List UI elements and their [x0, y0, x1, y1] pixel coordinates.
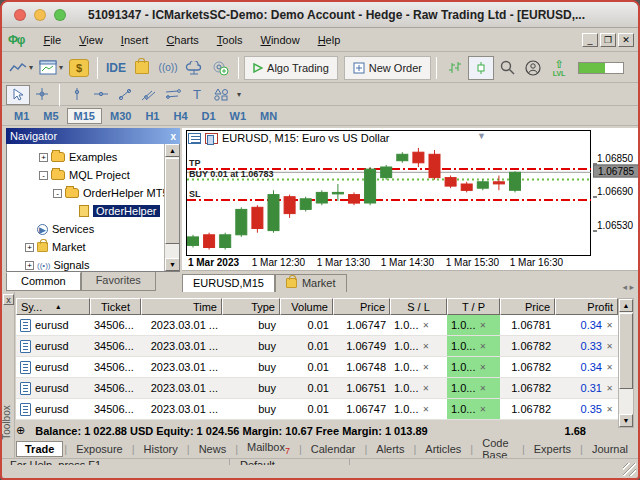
- tree-toggle-icon[interactable]: +: [25, 261, 34, 270]
- chart-tab-market[interactable]: Market: [275, 274, 347, 292]
- table-row[interactable]: eurusd34506...2023.03.01 ...buy0.011.067…: [16, 357, 622, 378]
- menu-item-tools[interactable]: Tools: [208, 31, 252, 49]
- menu-item-charts[interactable]: Charts: [157, 31, 207, 49]
- column-header-price[interactable]: Price: [333, 298, 390, 315]
- text-tool-button[interactable]: T: [185, 85, 209, 105]
- toolbox-close-icon[interactable]: x: [3, 294, 14, 305]
- remove-sl-icon[interactable]: ✕: [421, 405, 430, 414]
- timeframe-m5[interactable]: M5: [37, 109, 64, 123]
- toolbox-tab-trade[interactable]: Trade: [16, 441, 63, 457]
- toolbox-tab-mailbox[interactable]: Mailbox7: [239, 440, 298, 457]
- tree-item-orderhelper-mt5[interactable]: -OrderHelper MT5: [7, 184, 179, 202]
- tree-item-mql-project[interactable]: -MQL Project: [7, 166, 179, 184]
- timeframe-m15[interactable]: M15: [67, 108, 102, 124]
- close-position-icon[interactable]: ✕: [605, 405, 614, 414]
- expand-icon[interactable]: ⊕: [16, 424, 25, 437]
- close-traffic-light[interactable]: [14, 9, 26, 21]
- minimize-button[interactable]: _: [582, 33, 598, 47]
- toolbox-tab-calendar[interactable]: Calendar: [303, 442, 364, 456]
- scroll-up-icon[interactable]: ▲: [619, 299, 633, 312]
- scrollbar-thumb[interactable]: [619, 313, 633, 389]
- menu-item-window[interactable]: Window: [251, 31, 308, 49]
- market-button[interactable]: [129, 56, 155, 80]
- chart-profile-button[interactable]: ▾: [36, 56, 66, 80]
- toolbox-tab-experts[interactable]: Experts: [526, 442, 579, 456]
- table-row[interactable]: eurusd34506...2023.03.01 ...buy0.011.067…: [16, 378, 622, 399]
- chart-window-small-icon[interactable]: [205, 133, 218, 144]
- time-axis[interactable]: 1 Mar 20231 Mar 12:301 Mar 13:301 Mar 14…: [186, 257, 606, 270]
- column-header-price[interactable]: Price: [500, 298, 555, 315]
- toolbox-tab-alerts[interactable]: Alerts: [368, 442, 412, 456]
- navigator-header[interactable]: Navigator x: [6, 128, 180, 144]
- timeframe-h1[interactable]: H1: [139, 109, 165, 123]
- candlestick-mode-button[interactable]: [468, 56, 494, 80]
- table-row[interactable]: eurusd34506...2023.03.01 ...buy0.011.067…: [16, 336, 622, 357]
- timeframe-w1[interactable]: W1: [224, 109, 253, 123]
- remove-sl-icon[interactable]: ✕: [421, 363, 430, 372]
- tree-toggle-icon[interactable]: +: [25, 243, 34, 252]
- table-row[interactable]: eurusd34506...2023.03.01 ...buy0.011.067…: [16, 315, 622, 336]
- table-scrollbar[interactable]: ▲ ▼: [618, 298, 634, 428]
- new-order-button[interactable]: New Order: [344, 56, 431, 80]
- menu-item-view[interactable]: View: [70, 31, 112, 49]
- bar-chart-mode-button[interactable]: [442, 56, 468, 80]
- close-position-icon[interactable]: ✕: [605, 363, 614, 372]
- tree-item-services[interactable]: ▶Services: [7, 220, 179, 238]
- close-button[interactable]: ✕: [618, 33, 634, 47]
- scrollbar-thumb[interactable]: [165, 158, 180, 244]
- scroll-down-icon[interactable]: ▼: [619, 414, 633, 427]
- horizontal-line-tool-button[interactable]: [89, 85, 113, 105]
- menu-item-help[interactable]: Help: [309, 31, 350, 49]
- restore-button[interactable]: ❐: [600, 33, 616, 47]
- scroll-up-icon[interactable]: ▲: [165, 144, 180, 157]
- shapes-tool-button[interactable]: [209, 85, 233, 105]
- remove-sl-icon[interactable]: ✕: [421, 342, 430, 351]
- profile-button[interactable]: [520, 56, 546, 80]
- remove-sl-icon[interactable]: ✕: [421, 384, 430, 393]
- close-position-icon[interactable]: ✕: [605, 384, 614, 393]
- tree-toggle-icon[interactable]: -: [53, 189, 62, 198]
- more-tools-chevron-icon[interactable]: ▾: [237, 90, 241, 99]
- remove-sl-icon[interactable]: ✕: [421, 321, 430, 330]
- timeframe-m30[interactable]: M30: [104, 109, 137, 123]
- remove-tp-icon[interactable]: ✕: [478, 363, 487, 372]
- price-axis[interactable]: 1.068501.066901.065301.06785: [593, 130, 640, 256]
- status-profile[interactable]: Default: [240, 459, 350, 465]
- column-header-type[interactable]: Type: [222, 298, 280, 315]
- trendline-tool-button[interactable]: [113, 85, 137, 105]
- zoom-traffic-light[interactable]: [54, 9, 66, 21]
- resize-grip[interactable]: [623, 463, 636, 476]
- chart-panel[interactable]: EURUSD, M15: Euro vs US Dollar TPBUY 0.0…: [182, 128, 640, 270]
- menu-item-insert[interactable]: Insert: [112, 31, 158, 49]
- ide-button[interactable]: IDE: [103, 56, 129, 80]
- level-up-button[interactable]: ⇧LVL: [546, 56, 572, 80]
- deposit-button[interactable]: $: [66, 56, 92, 80]
- tree-toggle-icon[interactable]: -: [39, 171, 48, 180]
- navigator-tab-favorites[interactable]: Favorites: [81, 272, 156, 291]
- close-position-icon[interactable]: ✕: [605, 342, 614, 351]
- add-signal-button[interactable]: [207, 56, 233, 80]
- navigator-scrollbar[interactable]: ▲ ▼: [164, 144, 179, 271]
- crosshair-tool-button[interactable]: [30, 85, 54, 105]
- timeframe-d1[interactable]: D1: [196, 109, 222, 123]
- navigator-tab-common[interactable]: Common: [6, 272, 81, 291]
- vps-button[interactable]: [181, 56, 207, 80]
- timeframe-h4[interactable]: H4: [167, 109, 193, 123]
- remove-tp-icon[interactable]: ✕: [478, 384, 487, 393]
- close-position-icon[interactable]: ✕: [605, 321, 614, 330]
- tree-item-signals[interactable]: +((•))Signals: [7, 256, 179, 272]
- menu-item-file[interactable]: File: [34, 31, 70, 49]
- chevron-down-icon[interactable]: ▾: [29, 63, 33, 72]
- equidistant-channel-tool-button[interactable]: [161, 85, 185, 105]
- chevron-down-icon[interactable]: ▾: [59, 63, 63, 72]
- table-row[interactable]: eurusd34506...2023.03.01 ...buy0.011.067…: [16, 399, 622, 420]
- column-header-sl[interactable]: S / L: [390, 298, 447, 315]
- remove-tp-icon[interactable]: ✕: [478, 405, 487, 414]
- toolbox-tab-journal[interactable]: Journal: [584, 442, 636, 456]
- channel-tool-button[interactable]: [137, 85, 161, 105]
- chart-tab-eurusd-m15[interactable]: EURUSD,M15: [182, 274, 275, 292]
- cursor-tool-button[interactable]: [6, 85, 30, 105]
- remove-tp-icon[interactable]: ✕: [478, 342, 487, 351]
- chart-plot-area[interactable]: TPBUY 0.01 at 1.06783SL ▼: [186, 130, 591, 256]
- scroll-marker-icon[interactable]: ▼: [477, 131, 486, 141]
